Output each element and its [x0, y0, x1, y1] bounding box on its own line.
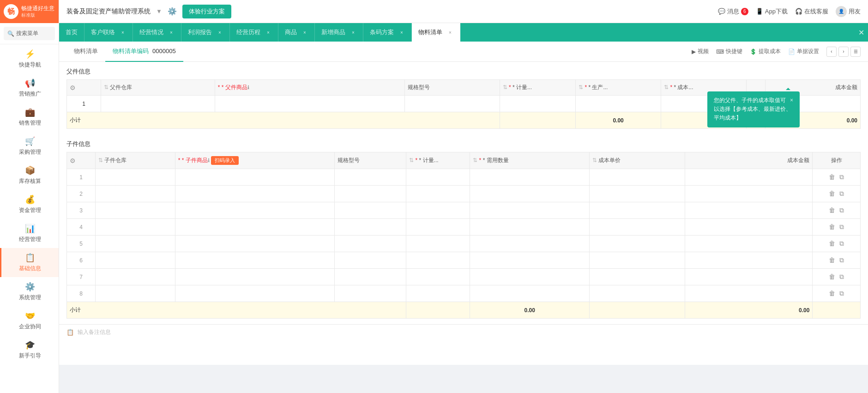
- child-price-cell-2[interactable]: [590, 186, 685, 202]
- child-copy-icon-4[interactable]: ⧉: [839, 223, 844, 230]
- sidebar-item-enterprise[interactable]: 🤝 企业协同: [0, 306, 59, 335]
- child-qty-cell-4[interactable]: [470, 219, 590, 236]
- child-spec-cell-4[interactable]: [334, 219, 406, 236]
- child-qty-sort[interactable]: ⇅: [473, 157, 477, 163]
- cost-action[interactable]: 💲 提取成本: [750, 48, 781, 55]
- child-product-cell-1[interactable]: [175, 169, 334, 186]
- child-warehouse-cell-1[interactable]: [96, 169, 175, 186]
- search-menu-button[interactable]: 🔍 搜索菜单: [4, 27, 55, 40]
- child-delete-icon-6[interactable]: 🗑: [829, 256, 835, 264]
- parent-unit-sort[interactable]: ⇅: [503, 84, 507, 91]
- child-delete-icon-5[interactable]: 🗑: [829, 240, 835, 247]
- child-product-info[interactable]: ℹ: [208, 157, 210, 163]
- child-price-cell-1[interactable]: [590, 169, 685, 186]
- sub-tab-list[interactable]: 物料清单: [66, 42, 105, 62]
- tab-close-all-icon[interactable]: ✕: [858, 28, 864, 37]
- parent-unit-cell[interactable]: [500, 96, 575, 112]
- child-qty-cell-3[interactable]: [470, 202, 590, 219]
- child-spec-cell-1[interactable]: [334, 169, 406, 186]
- child-delete-icon-8[interactable]: 🗑: [829, 290, 835, 297]
- child-warehouse-cell-8[interactable]: [96, 285, 175, 302]
- child-delete-icon-1[interactable]: 🗑: [829, 173, 835, 181]
- child-copy-icon-1[interactable]: ⧉: [839, 173, 844, 181]
- child-product-cell-6[interactable]: [175, 252, 334, 269]
- child-price-cell-4[interactable]: [590, 219, 685, 236]
- child-warehouse-cell-7[interactable]: [96, 269, 175, 285]
- child-price-cell-5[interactable]: [590, 236, 685, 252]
- tab-goods-close[interactable]: ×: [301, 29, 308, 36]
- view-action[interactable]: ▶ 视频: [692, 48, 709, 55]
- child-unit-cell-4[interactable]: [406, 219, 470, 236]
- child-price-cell-3[interactable]: [590, 202, 685, 219]
- parent-gear-icon[interactable]: ⚙: [70, 84, 76, 91]
- tab-profit[interactable]: 利润报告 ×: [181, 23, 230, 42]
- parent-warehouse-sort-icon[interactable]: ⇅: [104, 84, 108, 91]
- parent-cost-sort[interactable]: ⇅: [664, 84, 669, 91]
- child-unit-cell-7[interactable]: [406, 269, 470, 285]
- parent-warehouse-cell[interactable]: [101, 96, 215, 112]
- child-unit-cell-8[interactable]: [406, 285, 470, 302]
- parent-produce-sort[interactable]: ⇅: [579, 84, 583, 91]
- child-qty-cell-2[interactable]: [470, 186, 590, 202]
- child-delete-icon-3[interactable]: 🗑: [829, 206, 835, 214]
- tab-new-goods-close[interactable]: ×: [350, 29, 356, 36]
- tab-new-goods[interactable]: 新增商品 ×: [315, 23, 363, 42]
- tab-home[interactable]: 首页: [59, 23, 84, 42]
- dropdown-arrow-icon[interactable]: ▼: [156, 8, 162, 15]
- child-unit-cell-5[interactable]: [406, 236, 470, 252]
- app-download-item[interactable]: 📱 App下载: [756, 7, 788, 16]
- search-area[interactable]: 🔍 搜索菜单: [0, 23, 59, 44]
- settings-icon[interactable]: ⚙️: [168, 7, 177, 16]
- child-price-cell-6[interactable]: [590, 252, 685, 269]
- child-product-cell-2[interactable]: [175, 186, 334, 202]
- child-unit-cell-6[interactable]: [406, 252, 470, 269]
- child-qty-cell-8[interactable]: [470, 285, 590, 302]
- child-spec-cell-5[interactable]: [334, 236, 406, 252]
- child-copy-icon-5[interactable]: ⧉: [839, 240, 844, 247]
- child-qty-cell-1[interactable]: [470, 169, 590, 186]
- tab-bom[interactable]: 物料清单 ×: [412, 23, 460, 42]
- child-copy-icon-3[interactable]: ⧉: [839, 206, 844, 214]
- child-product-cell-4[interactable]: [175, 219, 334, 236]
- user-item[interactable]: 👤 用友: [836, 6, 861, 17]
- child-qty-cell-5[interactable]: [470, 236, 590, 252]
- child-delete-icon-2[interactable]: 🗑: [829, 190, 835, 197]
- sidebar-item-finance[interactable]: 💰 资金管理: [0, 190, 59, 219]
- tab-history-close[interactable]: ×: [265, 29, 271, 36]
- child-warehouse-cell-4[interactable]: [96, 219, 175, 236]
- try-button[interactable]: 体验行业方案: [182, 5, 231, 18]
- child-spec-cell-7[interactable]: [334, 269, 406, 285]
- child-unit-cell-2[interactable]: [406, 186, 470, 202]
- message-item[interactable]: 💬 消息 6: [718, 7, 748, 16]
- note-placeholder[interactable]: 输入备注信息: [78, 328, 111, 336]
- child-product-cell-3[interactable]: [175, 202, 334, 219]
- child-qty-cell-7[interactable]: [470, 269, 590, 285]
- sidebar-item-quick[interactable]: ⚡ 快捷导航: [0, 44, 59, 73]
- child-gear-icon[interactable]: ⚙: [70, 157, 76, 164]
- tooltip-close-btn[interactable]: ×: [790, 96, 793, 105]
- sub-tab-detail[interactable]: 物料清单编码 0000005: [105, 42, 183, 62]
- online-service-item[interactable]: 🎧 在线客服: [795, 7, 828, 16]
- child-product-cell-8[interactable]: [175, 285, 334, 302]
- child-spec-cell-6[interactable]: [334, 252, 406, 269]
- child-spec-cell-2[interactable]: [334, 186, 406, 202]
- scan-input-button[interactable]: 扫码录入: [211, 156, 239, 165]
- settings-action[interactable]: 📄 单据设置: [788, 48, 819, 55]
- child-unit-cell-1[interactable]: [406, 169, 470, 186]
- shortcut-action[interactable]: ⌨ 快捷键: [716, 48, 742, 55]
- child-warehouse-cell-6[interactable]: [96, 252, 175, 269]
- child-product-cell-7[interactable]: [175, 269, 334, 285]
- tab-barcode-close[interactable]: ×: [398, 29, 405, 36]
- child-price-cell-7[interactable]: [590, 269, 685, 285]
- child-copy-icon-6[interactable]: ⧉: [839, 256, 844, 264]
- sidebar-item-purchase[interactable]: 🛒 采购管理: [0, 132, 59, 161]
- child-product-cell-5[interactable]: [175, 236, 334, 252]
- tab-business[interactable]: 经营情况 ×: [133, 23, 181, 42]
- parent-spec-cell[interactable]: [404, 96, 500, 112]
- tab-barcode[interactable]: 条码方案 ×: [363, 23, 412, 42]
- parent-product-cell[interactable]: [215, 96, 404, 112]
- tab-history[interactable]: 经营历程 ×: [230, 23, 278, 42]
- tab-customer[interactable]: 客户联络 ×: [84, 23, 133, 42]
- parent-product-info[interactable]: ℹ: [247, 85, 249, 90]
- prev-arrow[interactable]: ‹: [826, 47, 837, 57]
